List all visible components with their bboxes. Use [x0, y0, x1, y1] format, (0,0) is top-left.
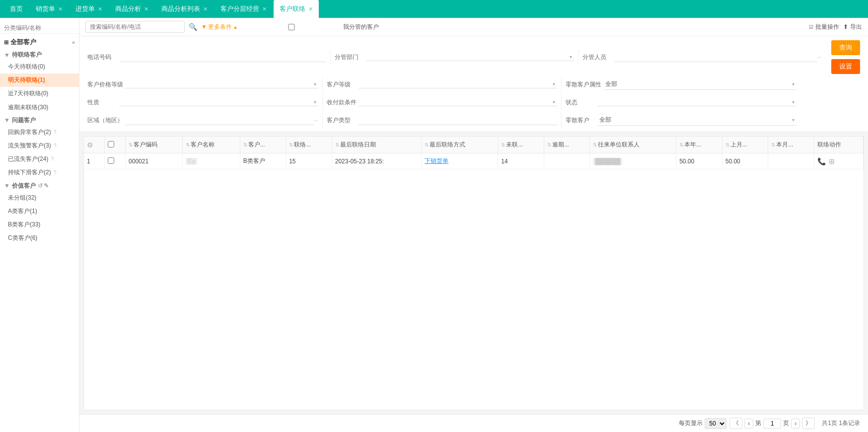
row-type: B类客户 [240, 153, 286, 169]
more-conditions-arrow: ▲ [233, 24, 238, 30]
row-index: 1 [84, 153, 104, 169]
sidebar-item-today-contact[interactable]: 今天待联络(0) [0, 60, 79, 73]
sidebar-search-container: 🔍 [0, 22, 79, 34]
table-settings-icon[interactable]: ⚙ [87, 141, 93, 149]
total-records-label: 共1页 1条记录 [822, 419, 860, 428]
per-page-select[interactable]: 50 [705, 418, 726, 429]
prev-page-btn[interactable]: ‹ [744, 419, 753, 429]
col-settings: ⚙ [84, 137, 104, 153]
nav-customer-contact-close[interactable]: ✕ [308, 6, 313, 12]
filter-search-icon[interactable]: 🔍 [189, 23, 197, 31]
col-last-date[interactable]: ⇅最后联络日期 [332, 137, 421, 153]
nav-purchase-close[interactable]: ✕ [98, 6, 102, 12]
page-number-input[interactable] [763, 419, 781, 429]
col-contact[interactable]: ⇅联络... [286, 137, 332, 153]
nav-customer-tier-close[interactable]: ✕ [262, 6, 267, 12]
retail-customer-arrow: ▾ [792, 117, 795, 123]
col-name[interactable]: ⇅客户名称 [183, 137, 240, 153]
sidebar: 🔍 ⊞ 全部客户 « ▼ 待联络客户 今天待联络(0) 明天待联络(1) 近7天… [0, 18, 79, 432]
last-method-link[interactable]: 下销货单 [425, 157, 448, 164]
row-last-method[interactable]: 下销货单 [422, 153, 498, 169]
nav-customer-tier[interactable]: 客户分层经营✕ [215, 0, 273, 18]
row-name: Ea [183, 153, 240, 169]
sidebar-item-class-a[interactable]: A类客户(1) [0, 205, 79, 218]
nav-customer-contact[interactable]: 客户联络✕ [274, 0, 319, 18]
col-code[interactable]: ⇅客户编码 [126, 137, 183, 153]
filter-nature-select[interactable]: ▾ [119, 98, 318, 106]
last-page-btn[interactable]: 》 [802, 418, 815, 429]
select-all-checkbox[interactable] [108, 141, 114, 147]
nav-product-analysis[interactable]: 商品分析✕ [109, 0, 154, 18]
filter-customer-level: 客户等级 ▾ [327, 80, 558, 89]
col-this-year[interactable]: ⇅本年... [676, 137, 723, 153]
sidebar-item-class-c[interactable]: C类客户(6) [0, 231, 79, 245]
nav-sales-close[interactable]: ✕ [58, 6, 63, 12]
sidebar-item-repurchase-anomaly[interactable]: 回购异常客户(2) ? [0, 126, 79, 139]
person-more-btn[interactable]: ··· [817, 55, 821, 60]
help-icon-declining[interactable]: ? [54, 170, 57, 175]
value-group-edit-icon[interactable]: ✎ [44, 182, 49, 189]
row-company-contact: ██████ [590, 153, 676, 169]
all-customers-title[interactable]: ⊞ 全部客户 « [0, 36, 79, 49]
sidebar-item-churned[interactable]: 已流失客户(24) ? [0, 152, 79, 166]
nav-product-analysis-list-close[interactable]: ✕ [203, 6, 208, 12]
help-icon-churn-warning[interactable]: ? [54, 143, 57, 148]
filter-dept-select[interactable]: ▾ [366, 53, 574, 61]
filter-person-input[interactable] [614, 53, 817, 62]
sidebar-search-input[interactable] [4, 24, 78, 31]
filter-retail-attr-select[interactable]: 全部 ▾ [603, 79, 796, 90]
more-conditions-btn[interactable]: ▼ 更多条件 ▲ [201, 23, 238, 31]
col-last-method[interactable]: ⇅最后联络方式 [422, 137, 498, 153]
customer-level-arrow: ▾ [553, 81, 555, 87]
sidebar-item-tomorrow-contact[interactable]: 明天待联络(1) [0, 73, 79, 87]
search-input[interactable] [85, 21, 185, 33]
nav-home[interactable]: 首页 [4, 0, 29, 18]
region-more-btn[interactable]: ··· [314, 118, 318, 123]
first-page-btn[interactable]: 《 [729, 418, 742, 429]
row-last-date: 2023-05-23 18:25: [332, 153, 421, 169]
filter-bar: 🔍 ▼ 更多条件 ▲ 我分管的客户 ☑ 批量操作 ⬆ 导出 [79, 18, 868, 36]
help-icon-churned[interactable]: ? [51, 156, 54, 162]
col-company-contact[interactable]: ⇅往来单位联系人 [590, 137, 676, 153]
action-phone-icon[interactable]: 📞 [817, 157, 826, 165]
page-navigation: 《 ‹ 第 页 › 》 [729, 418, 815, 429]
filter-retail-customer-select[interactable]: 全部 ▾ [597, 115, 796, 126]
col-overdue[interactable]: ⇅逾期... [544, 137, 590, 153]
sidebar-item-declining[interactable]: 持续下滑客户(2) ? [0, 166, 79, 179]
filter-payment-select[interactable]: ▾ [359, 98, 558, 106]
col-this-month[interactable]: ⇅本月... [768, 137, 814, 153]
filter-status-select[interactable]: ▾ [597, 98, 796, 106]
query-button[interactable]: 查询 [831, 40, 860, 55]
nav-purchase[interactable]: 进货单✕ [70, 0, 108, 18]
sidebar-collapse-btn[interactable]: « [72, 39, 75, 45]
col-last-month[interactable]: ⇅上月... [722, 137, 768, 153]
sidebar-item-churn-warning[interactable]: 流失预警客户(3) ? [0, 139, 79, 152]
sidebar-item-class-b[interactable]: B类客户(33) [0, 218, 79, 231]
col-no-contact[interactable]: ⇅未联... [498, 137, 544, 153]
action-grid-icon[interactable]: ⊞ [829, 157, 835, 165]
sidebar-item-ungrouped[interactable]: 未分组(32) [0, 191, 79, 205]
filter-price-level-select[interactable]: ▾ [125, 80, 318, 88]
filter-region-input[interactable] [125, 116, 314, 125]
next-page-btn[interactable]: › [791, 419, 800, 429]
customer-name-masked: Ea [186, 158, 197, 165]
help-icon-repurchase[interactable]: ? [54, 130, 57, 135]
value-group-refresh-icon[interactable]: ↺ [38, 182, 43, 189]
my-customers-checkbox[interactable] [242, 24, 341, 30]
filter-status: 状态 ▾ [566, 98, 796, 107]
row-select-checkbox[interactable] [108, 157, 114, 164]
filter-customer-level-select[interactable]: ▾ [359, 80, 558, 88]
batch-op-btn[interactable]: ☑ 批量操作 [809, 23, 839, 31]
settings-button[interactable]: 设置 [831, 59, 860, 74]
nav-product-analysis-close[interactable]: ✕ [144, 6, 148, 12]
filter-phone-input[interactable] [119, 53, 326, 62]
col-type[interactable]: ⇅客户... [240, 137, 286, 153]
export-btn[interactable]: ⬆ 导出 [843, 23, 862, 31]
nav-sales[interactable]: 销货单✕ [30, 0, 69, 18]
sidebar-item-7days-contact[interactable]: 近7天待联络(0) [0, 87, 79, 100]
row-last-month: 50.00 [722, 153, 768, 169]
per-page-selector: 每页显示 50 [679, 418, 726, 429]
filter-customer-type-input[interactable] [359, 116, 558, 125]
sidebar-item-overdue-contact[interactable]: 逾期未联络(30) [0, 101, 79, 114]
nav-product-analysis-list[interactable]: 商品分析列表✕ [155, 0, 214, 18]
